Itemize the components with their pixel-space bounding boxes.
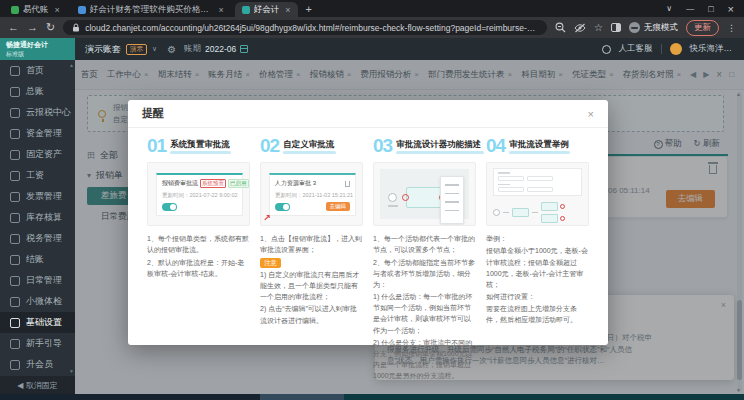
reload-button[interactable]: ↻ (46, 22, 55, 33)
sidebar-item[interactable]: 云报税中心 (0, 102, 75, 123)
unpin-sidebar-button[interactable]: ◀ 取消固定 (0, 376, 75, 394)
sidebar-item[interactable]: 小微体检 (0, 291, 75, 312)
tab-close-icon[interactable]: × (217, 5, 224, 15)
address-bar[interactable]: cloud2.chanjet.com/accounting/uh26t264j5… (63, 20, 547, 35)
browser-tab[interactable]: 好会计财务管理软件购买价格页… × (71, 2, 231, 17)
step-4: 04 审批流设置举例 (486, 138, 589, 383)
tab-close-icon[interactable]: × (283, 5, 290, 15)
back-button[interactable]: ← (8, 22, 19, 33)
sidebar-item-icon (10, 150, 20, 160)
sidebar-item[interactable]: 工资 (0, 165, 75, 186)
step-title: 审批流设计器功能描述 (396, 139, 481, 154)
side-panel-icon[interactable] (611, 23, 621, 32)
sidebar-item[interactable]: 首页 (0, 60, 75, 81)
sidebar-item-label: 税务管理 (26, 232, 62, 245)
sidebar-item-label: 结账 (26, 253, 44, 266)
tab-favicon-icon (242, 6, 250, 14)
step3-preview-image (373, 162, 476, 226)
step-text: 1、点击【报销审批流】，进入到审批流设置界面； (260, 233, 363, 255)
sidebar-item-icon (10, 276, 20, 286)
red-circle-annotation (560, 216, 565, 221)
step-text: 需要在流程图上先增加分支条件，然后相应增加活动即可。 (486, 303, 589, 325)
red-arrow-annotation: ↗ (263, 213, 271, 223)
step-text: 2) 点击“去编辑”可以进入到审批流设计器进行编辑。 (260, 303, 363, 325)
account-tag: 演示 (126, 44, 147, 55)
account-selector[interactable]: 演示账套 演示 ∨ (85, 43, 157, 56)
update-button[interactable]: 更新 (686, 20, 719, 36)
calendar-icon (240, 45, 248, 53)
lock-icon (72, 23, 80, 32)
mock-update-time: 更新时间：2021-11-02 15:21:21 (275, 192, 350, 199)
sidebar-item-icon (10, 171, 20, 181)
step-text: 1、每一个活动都代表一个审批的节点，可以设置多个节点； (373, 233, 476, 255)
scroll-down-icon[interactable]: ▼ (69, 368, 74, 374)
taskbar-segment (344, 394, 744, 400)
sidebar-item-label: 云报税中心 (26, 106, 71, 119)
window-minimize-button[interactable]: — (686, 4, 694, 13)
screen: 易代账 × 好会计财务管理软件购买价格页… × 好会计 × + ∨ — (0, 0, 744, 400)
sidebar-item[interactable]: 日常管理 (0, 270, 75, 291)
browser-tab[interactable]: 易代账 × (4, 2, 67, 17)
sidebar-item-label: 工资 (26, 169, 44, 182)
account-name: 演示账套 (85, 43, 121, 56)
mock-flow-name: 报销费审批流 (162, 179, 198, 188)
browser-menu-icon[interactable]: ⋮ (727, 23, 736, 33)
period-picker[interactable]: 账期 2022-06 (184, 43, 248, 55)
step2-preview-image: 人力资源审批 3 更新时间：2021-11-02 15:21:21 去编辑 ↗ (260, 162, 363, 226)
browser-tab[interactable]: 好会计 × (235, 2, 298, 17)
step-title: 系统预置审批流 (170, 139, 230, 154)
window-restore-button[interactable]: □ (708, 4, 713, 14)
forward-button[interactable]: → (27, 22, 38, 33)
tab-favicon-icon (78, 6, 86, 14)
tab-label: 易代账 (23, 4, 49, 16)
mock-update-time: 更新时间：2021-07-22 9:00:02 (162, 192, 237, 199)
sidebar-item-label: 新手引导 (26, 337, 62, 350)
sidebar-item-icon (10, 318, 20, 328)
avatar[interactable] (670, 43, 682, 55)
mock-preset-tag: 系统预置 (200, 179, 226, 188)
incognito-badge: 无痕模式 (629, 22, 678, 34)
sidebar-item[interactable]: 固定资产 (0, 144, 75, 165)
modal-close-icon[interactable]: × (588, 108, 594, 120)
app-logo-subtitle: 标准版 (6, 50, 75, 59)
sidebar-item-icon (10, 339, 20, 349)
bottom-taskbar-strip (0, 394, 744, 400)
mock-activity-node (406, 187, 443, 208)
red-circle-annotation (560, 204, 565, 209)
sidebar-item-label: 升会员 (26, 358, 53, 371)
sidebar-item[interactable]: 升会员 (0, 354, 75, 375)
sidebar-item-icon (10, 66, 20, 76)
sidebar-item[interactable]: 基础设置 (0, 312, 75, 333)
url-text: cloud2.chanjet.com/accounting/uh26t264j5… (85, 23, 538, 33)
modal-header: 提醒 × (128, 100, 608, 128)
sidebar-item[interactable]: 新手引导 (0, 333, 75, 354)
browser-tabstrip: 易代账 × 好会计财务管理软件购买价格页… × 好会计 × + ∨ — (0, 0, 744, 17)
step-number: 03 (373, 138, 392, 154)
tab-menu-icon[interactable]: ∨ (666, 4, 672, 13)
new-tab-button[interactable]: + (306, 3, 312, 15)
browser-toolbar: ← → ↻ cloud2.chanjet.com/accounting/uh26… (0, 17, 744, 38)
window-close-button[interactable]: × (728, 3, 734, 15)
step-text: 1、每个报销单类型，系统都有默认的报销审批流。 (147, 233, 250, 255)
support-link[interactable]: 人工客服 (619, 43, 653, 55)
sidebar-item[interactable]: 库存核算 (0, 207, 75, 228)
bookmark-star-icon[interactable]: ☆ (594, 23, 603, 33)
scroll-up-icon[interactable]: ▲ (69, 62, 74, 68)
zoom-out-icon[interactable] (555, 22, 566, 33)
step-text: 举例： (486, 233, 589, 244)
mock-edit-button: 去编辑 (326, 202, 351, 211)
sidebar-item[interactable]: 结账 (0, 249, 75, 270)
user-name[interactable]: 快乐海洋… (690, 43, 733, 55)
sidebar-item[interactable]: 资金管理 (0, 123, 75, 144)
sidebar-item[interactable]: 税务管理 (0, 228, 75, 249)
sidebar-item[interactable]: 总账 (0, 81, 75, 102)
tab-close-icon[interactable]: × (53, 5, 60, 15)
step-text: 2) 什么是分支：审批流中不同的分支，例如报销单金额1000元以内是一个审批流程… (373, 337, 476, 382)
divider (661, 44, 662, 54)
headset-icon (602, 45, 611, 54)
settings-gear-icon[interactable]: ⚙ (167, 44, 176, 55)
sidebar-item[interactable]: 发票管理 (0, 186, 75, 207)
step-number: 02 (260, 138, 279, 154)
step1-preview-image: 报销费审批流 系统预置 已启用 更新时间：2021-07-22 9:00:02 (147, 162, 250, 226)
eye-off-icon[interactable] (574, 23, 586, 33)
